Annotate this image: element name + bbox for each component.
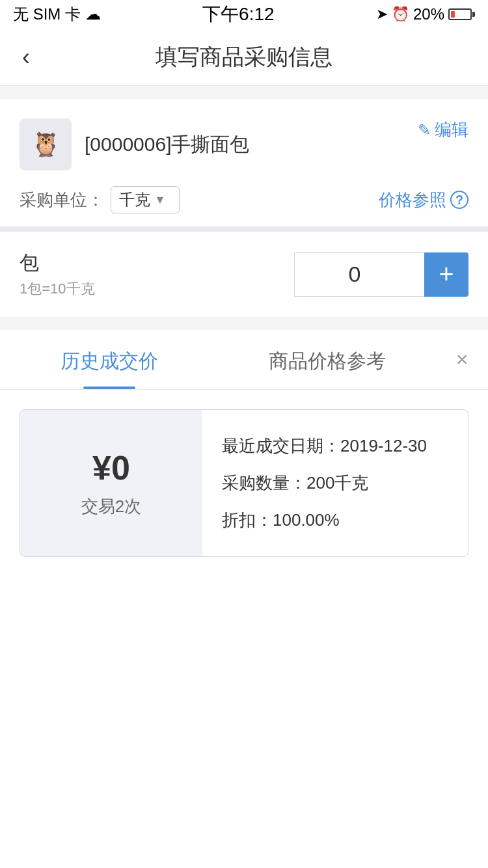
product-unit-row: 采购单位： 千克 ▼ 价格参照 ? <box>20 186 468 213</box>
history-recent-date: 最近成交日期：2019-12-30 <box>222 433 448 459</box>
purchase-quantity-label: 采购数量： <box>222 473 306 493</box>
recent-date-value: 2019-12-30 <box>340 436 427 455</box>
dropdown-arrow-icon: ▼ <box>154 193 166 207</box>
price-reference-button[interactable]: 价格参照 ? <box>379 189 468 211</box>
price-ref-label: 价格参照 <box>379 189 446 211</box>
product-logo-icon: 🦉 <box>31 131 61 158</box>
quantity-plus-button[interactable]: + <box>424 252 468 297</box>
quantity-row: 包 1包=10千克 + <box>0 232 488 317</box>
time-display: 下午6:12 <box>202 2 275 27</box>
battery-percent: 20% <box>413 5 444 23</box>
history-content: ¥0 交易2次 最近成交日期：2019-12-30 采购数量：200千克 折扣：… <box>0 390 488 576</box>
section-divider <box>0 226 488 232</box>
quantity-unit: 包 <box>20 250 95 277</box>
quantity-input[interactable] <box>294 252 424 297</box>
history-discount: 折扣：100.00% <box>222 508 448 533</box>
history-quantity: 采购数量：200千克 <box>222 470 448 496</box>
history-trade-count: 交易2次 <box>81 495 141 518</box>
discount-value: 100.00% <box>273 510 340 530</box>
status-bar: 无 SIM 卡 ☁ 下午6:12 ➤ ⏰ 20% <box>0 0 488 29</box>
edit-button[interactable]: ✎ 编辑 <box>418 118 468 141</box>
tab-product-price-ref[interactable]: 商品价格参考 <box>218 330 436 389</box>
quantity-conversion: 1包=10千克 <box>20 279 95 299</box>
nav-bar: ‹ 填写商品采购信息 <box>0 29 488 86</box>
tab-history-price[interactable]: 历史成交价 <box>0 330 218 389</box>
unit-value: 千克 <box>119 189 150 210</box>
product-thumbnail: 🦉 <box>20 118 72 170</box>
tab-product-price-ref-label: 商品价格参考 <box>269 350 386 372</box>
unit-label-text: 采购单位： <box>20 189 104 211</box>
discount-label: 折扣： <box>222 510 273 530</box>
unit-label: 采购单位： 千克 ▼ <box>20 186 180 213</box>
tabs-container: 历史成交价 商品价格参考 × <box>0 330 488 390</box>
history-card-left: ¥0 交易2次 <box>20 410 202 556</box>
history-card: ¥0 交易2次 最近成交日期：2019-12-30 采购数量：200千克 折扣：… <box>20 409 468 557</box>
location-icon: ➤ <box>376 6 388 23</box>
quantity-input-group: + <box>294 252 468 297</box>
page-title: 填写商品采购信息 <box>156 42 332 72</box>
quantity-label-wrap: 包 1包=10千克 <box>20 250 95 299</box>
history-price: ¥0 <box>92 448 130 487</box>
product-card: 🦉 [0000006]手撕面包 ✎ 编辑 采购单位： 千克 ▼ 价格参照 ? <box>0 99 488 226</box>
back-button[interactable]: ‹ <box>16 37 36 77</box>
tab-history-price-label: 历史成交价 <box>61 350 158 372</box>
sim-text: 无 SIM 卡 ☁ <box>13 4 101 25</box>
tab-close-button[interactable]: × <box>436 347 488 372</box>
help-icon: ? <box>450 191 468 209</box>
product-info: 🦉 [0000006]手撕面包 <box>20 118 249 170</box>
purchase-quantity-value: 200千克 <box>306 473 368 493</box>
status-right: ➤ ⏰ 20% <box>376 5 475 23</box>
status-left: 无 SIM 卡 ☁ <box>13 4 101 25</box>
product-header: 🦉 [0000006]手撕面包 ✎ 编辑 <box>20 118 468 170</box>
unit-select-dropdown[interactable]: 千克 ▼ <box>111 186 180 213</box>
alarm-icon: ⏰ <box>392 6 409 23</box>
recent-date-label: 最近成交日期： <box>222 436 340 455</box>
battery-icon <box>448 8 475 20</box>
product-name: [0000006]手撕面包 <box>85 131 249 158</box>
history-card-right: 最近成交日期：2019-12-30 采购数量：200千克 折扣：100.00% <box>202 410 468 556</box>
edit-label: 编辑 <box>435 118 468 141</box>
bottom-area <box>0 576 488 868</box>
edit-icon: ✎ <box>418 121 431 139</box>
